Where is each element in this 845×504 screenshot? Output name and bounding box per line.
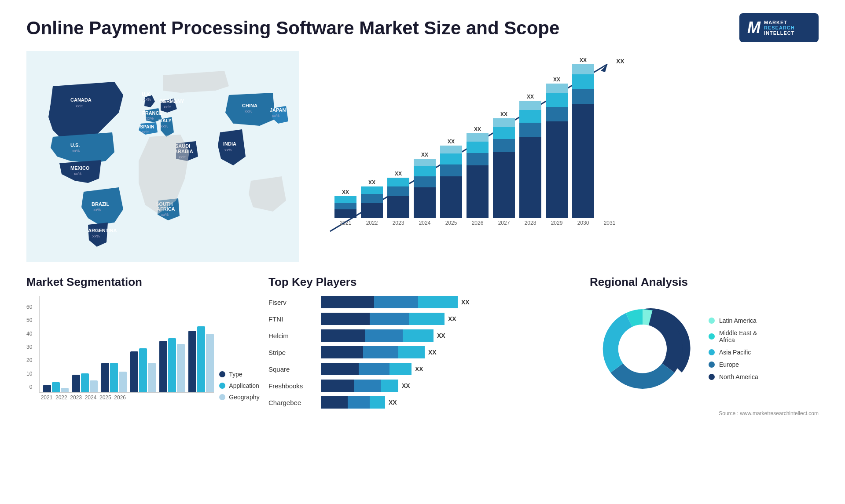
player-value-chargebee: XX — [389, 399, 397, 406]
player-name-freshbooks: Freshbooks — [268, 382, 317, 390]
seg-bar-type-2026 — [188, 331, 196, 392]
svg-rect-81 — [546, 107, 568, 121]
players-title: Top Key Players — [268, 275, 577, 289]
svg-text:2029: 2029 — [551, 220, 563, 226]
svg-text:GERMANY: GERMANY — [159, 99, 184, 104]
svg-rect-59 — [440, 146, 462, 153]
seg-y-20: 20 — [26, 357, 32, 363]
main-grid: CANADA xx% U.S. xx% MEXICO xx% BRAZIL xx… — [26, 51, 819, 271]
label-latin-america: Latin America — [719, 317, 757, 324]
dot-asia-pacific — [709, 349, 715, 355]
seg-group-2025 — [159, 338, 185, 392]
world-map-svg: CANADA xx% U.S. xx% MEXICO xx% BRAZIL xx… — [26, 51, 299, 262]
svg-rect-89 — [572, 64, 594, 74]
seg-bar-geo-2023 — [119, 372, 127, 392]
legend-type-label: Type — [229, 371, 242, 378]
svg-text:U.K.: U.K. — [142, 91, 151, 97]
player-row-fiserv: Fiserv XX — [268, 296, 577, 308]
svg-rect-51 — [414, 176, 436, 187]
player-row-freshbooks: Freshbooks XX — [268, 380, 577, 392]
trend-chart-svg: XX 2021 XX 2022 XX 2023 — [317, 55, 625, 249]
svg-rect-36 — [334, 203, 356, 209]
player-value-freshbooks: XX — [402, 382, 410, 389]
seg-group-2021 — [43, 382, 69, 392]
svg-text:XX: XX — [342, 189, 349, 195]
svg-text:XX: XX — [474, 126, 481, 132]
player-name-chargebee: Chargebee — [268, 399, 317, 406]
map-section: CANADA xx% U.S. xx% MEXICO xx% BRAZIL xx… — [26, 51, 299, 262]
player-row-stripe: Stripe XX — [268, 346, 577, 358]
seg-bar-app-2025 — [168, 338, 176, 392]
label-asia-pacific: Asia Pacific — [719, 349, 751, 356]
svg-text:ARGENTINA: ARGENTINA — [88, 228, 117, 233]
bar-chart-section: XX 2021 XX 2022 XX 2023 — [308, 51, 819, 262]
seg-y-40: 40 — [26, 331, 32, 337]
label-middle-east: Middle East &Africa — [719, 329, 757, 343]
page-title: Online Payment Processing Software Marke… — [26, 18, 559, 39]
seg-bar-type-2022 — [72, 375, 80, 392]
svg-rect-82 — [546, 93, 568, 107]
svg-rect-75 — [519, 123, 541, 137]
logo-line3: INTELLECT — [764, 30, 795, 36]
svg-text:INDIA: INDIA — [223, 141, 236, 146]
legend-dot-geography — [219, 394, 225, 400]
legend-geography-label: Geography — [229, 394, 259, 401]
svg-text:FRANCE: FRANCE — [142, 110, 162, 116]
svg-text:xx%: xx% — [272, 113, 279, 118]
svg-text:XX: XX — [395, 171, 402, 177]
legend-geography: Geography — [219, 394, 259, 401]
legend-application: Application — [219, 382, 259, 389]
svg-rect-76 — [519, 110, 541, 123]
svg-text:XX: XX — [580, 57, 587, 63]
logo-line2: RESEARCH — [764, 25, 795, 30]
label-europe: Europe — [719, 361, 739, 368]
svg-point-94 — [618, 325, 667, 373]
svg-rect-70 — [493, 127, 515, 139]
svg-rect-52 — [414, 166, 436, 176]
svg-rect-74 — [519, 137, 541, 218]
svg-rect-46 — [387, 186, 409, 196]
svg-text:XX: XX — [448, 139, 455, 145]
svg-rect-71 — [493, 118, 515, 127]
svg-rect-56 — [440, 176, 462, 218]
svg-text:XX: XX — [527, 94, 534, 100]
seg-y-10: 10 — [26, 371, 32, 377]
regional-legend-europe: Europe — [709, 361, 758, 368]
player-value-ftni: XX — [448, 315, 456, 322]
svg-rect-35 — [334, 209, 356, 218]
svg-text:MEXICO: MEXICO — [70, 165, 90, 171]
seg-bar-geo-2025 — [177, 344, 185, 392]
svg-text:2031: 2031 — [604, 220, 616, 226]
player-name-square: Square — [268, 365, 317, 373]
player-row-helcim: Helcim XX — [268, 329, 577, 342]
bottom-grid: Market Segmentation 60 50 40 30 20 10 0 — [26, 275, 819, 416]
svg-text:xx%: xx% — [224, 148, 232, 152]
logo-line1: MARKET — [764, 20, 795, 25]
player-row-square: Square XX — [268, 363, 577, 375]
svg-text:2028: 2028 — [525, 220, 536, 226]
player-row-chargebee: Chargebee XX — [268, 396, 577, 409]
seg-bar-type-2023 — [101, 363, 109, 392]
players-list: Fiserv XX FTNI — [268, 296, 577, 409]
svg-text:xx%: xx% — [161, 212, 169, 217]
seg-group-2022 — [72, 373, 98, 392]
regional-legend-asia: Asia Pacific — [709, 349, 758, 356]
legend-type: Type — [219, 371, 259, 378]
seg-y-0: 0 — [26, 384, 32, 390]
seg-bar-app-2021 — [52, 382, 60, 392]
regional-legend: Latin America Middle East &Africa Asia P… — [709, 317, 758, 380]
svg-rect-64 — [467, 142, 489, 153]
svg-text:xx%: xx% — [146, 116, 154, 121]
svg-text:2027: 2027 — [498, 220, 510, 226]
svg-text:xx%: xx% — [161, 124, 168, 128]
svg-text:XX: XX — [616, 58, 625, 65]
svg-rect-77 — [519, 101, 541, 110]
svg-rect-58 — [440, 153, 462, 164]
source-text: Source : www.marketresearchintellect.com — [590, 410, 819, 416]
seg-y-50: 50 — [26, 317, 32, 323]
svg-text:BRAZIL: BRAZIL — [92, 201, 110, 207]
svg-text:xx%: xx% — [92, 234, 100, 238]
svg-rect-65 — [467, 133, 489, 142]
player-name-fiserv: Fiserv — [268, 299, 317, 306]
player-bar-fiserv: XX — [321, 296, 577, 308]
